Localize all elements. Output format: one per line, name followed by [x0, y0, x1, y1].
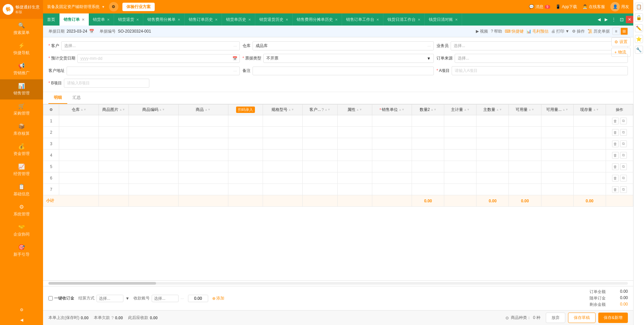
cell-main-qty-5[interactable]	[477, 161, 509, 172]
cell-main-unit-1[interactable]	[444, 115, 477, 127]
row-copy-btn-2[interactable]: ⧉	[620, 129, 627, 136]
cell-customer-7[interactable]	[303, 184, 337, 195]
cell-avail-5[interactable]	[509, 161, 541, 172]
invoice-select[interactable]: 不开票 ▼	[263, 54, 434, 63]
scan-enter-btn[interactable]: 扫码录入	[236, 107, 255, 113]
cell-product-5[interactable]	[178, 161, 228, 172]
row-delete-btn-7[interactable]: 🗑	[612, 186, 619, 193]
cell-avail2-2[interactable]	[541, 127, 573, 138]
one-click-checkbox[interactable]: 一键收订金	[48, 295, 74, 301]
cell-attr-5[interactable]	[337, 161, 372, 172]
cell-warehouse-6[interactable]	[59, 172, 99, 184]
row-delete-btn-2[interactable]: 🗑	[612, 129, 619, 136]
discard-btn[interactable]: 放弃	[546, 313, 565, 323]
cell-warehouse-7[interactable]	[59, 184, 99, 195]
row-delete-btn-4[interactable]: 🗑	[612, 152, 619, 159]
cell-img-1[interactable]	[99, 115, 129, 127]
payment-dropdown-icon[interactable]: ▼	[125, 296, 129, 301]
settings-btn[interactable]: ⚙ 设置	[611, 37, 631, 46]
cell-scan-6[interactable]	[228, 172, 263, 184]
cell-img-2[interactable]	[99, 127, 129, 138]
sidebar-item-search[interactable]: 🔍 搜索菜单	[0, 19, 43, 39]
cell-main-qty-2[interactable]	[477, 127, 509, 138]
warehouse-input[interactable]: 成品库 ···	[253, 41, 434, 50]
save-draft-btn[interactable]: 保存草稿	[568, 313, 596, 323]
tab-next-btn[interactable]: ▶	[603, 17, 610, 22]
sidebar-item-marketing[interactable]: 📢 营销推广	[0, 59, 43, 79]
cell-avail2-1[interactable]	[541, 115, 573, 127]
cell-avail2-5[interactable]	[541, 161, 573, 172]
cell-avail-7[interactable]	[509, 184, 541, 195]
tab-close-icon[interactable]: ✕	[335, 18, 338, 22]
cell-stock-2[interactable]	[573, 127, 606, 138]
scrollbar-thumb[interactable]	[48, 282, 156, 285]
cell-customer-4[interactable]	[303, 150, 337, 161]
cell-spec-6[interactable]	[263, 172, 303, 184]
tab-home[interactable]: 首页	[43, 13, 60, 26]
tab-close-icon[interactable]: ✕	[418, 18, 420, 22]
sidebar-item-sales[interactable]: 📊 销售管理	[0, 79, 43, 99]
cell-warehouse-1[interactable]	[59, 115, 99, 127]
save-new-btn[interactable]: 保存&新增	[598, 313, 628, 323]
title-dropdown-icon[interactable]: ▼	[102, 5, 105, 9]
cell-qty2-7[interactable]	[412, 184, 444, 195]
row-copy-btn-7[interactable]: ⧉	[620, 186, 627, 193]
cell-scan-3[interactable]	[228, 138, 263, 150]
a-project-input[interactable]: 请输入A项目	[452, 66, 628, 75]
operation-btn[interactable]: ⚙ 操作	[572, 29, 585, 34]
cell-qty2-4[interactable]	[412, 150, 444, 161]
sidebar-settings-btn[interactable]: ⚙	[0, 305, 43, 315]
tab-daily-reconcile[interactable]: 钱货日清对账 ✕	[425, 13, 462, 26]
cell-attr-2[interactable]	[337, 127, 372, 138]
cell-main-unit-2[interactable]	[444, 127, 477, 138]
b-project-input[interactable]: 请输入B项目	[64, 79, 149, 88]
cell-product-4[interactable]	[178, 150, 228, 161]
cell-attr-1[interactable]	[337, 115, 372, 127]
cell-avail2-3[interactable]	[541, 138, 573, 150]
online-service-btn[interactable]: 👨‍💼 在线客服	[582, 4, 605, 10]
cell-stock-7[interactable]	[573, 184, 606, 195]
tab-sales-goods[interactable]: 销货单 ✕	[89, 13, 114, 26]
cell-product-2[interactable]	[178, 127, 228, 138]
cell-img-7[interactable]	[99, 184, 129, 195]
cell-main-unit-3[interactable]	[444, 138, 477, 150]
cell-avail-6[interactable]	[509, 172, 541, 184]
tab-sales-order[interactable]: 销售订单 ✕	[60, 13, 89, 26]
right-panel-lock-btn[interactable]: 🔒	[635, 13, 643, 22]
tab-close-icon[interactable]: ✕	[248, 18, 251, 22]
tab-summary[interactable]: 汇总	[67, 92, 86, 104]
cell-avail-3[interactable]	[509, 138, 541, 150]
cell-img-5[interactable]	[99, 161, 129, 172]
sidebar-item-basic-info[interactable]: 📋 基础信息	[0, 180, 43, 200]
cell-scan-5[interactable]	[228, 161, 263, 172]
tab-close-all-btn[interactable]: ✕	[626, 16, 633, 23]
layout-grid-btn[interactable]: ≡	[612, 28, 620, 35]
cell-code-1[interactable]	[129, 115, 179, 127]
cell-unit-7[interactable]	[372, 184, 412, 195]
cell-stock-1[interactable]	[573, 115, 606, 127]
row-copy-btn-5[interactable]: ⧉	[620, 163, 627, 170]
cell-code-6[interactable]	[129, 172, 179, 184]
cell-attr-4[interactable]	[337, 150, 372, 161]
history-doc-btn[interactable]: 📜 历史单据	[588, 29, 610, 34]
row-delete-btn-1[interactable]: 🗑	[612, 118, 619, 124]
cell-avail-1[interactable]	[509, 115, 541, 127]
cell-attr-6[interactable]	[337, 172, 372, 184]
cell-qty2-1[interactable]	[412, 115, 444, 127]
sidebar-item-purchase[interactable]: 🛒 采购管理	[0, 99, 43, 120]
tab-close-icon[interactable]: ✕	[455, 18, 458, 22]
cell-product-7[interactable]	[178, 184, 228, 195]
add-payment-btn[interactable]: ⊕ 添加	[212, 295, 224, 301]
cell-warehouse-4[interactable]	[59, 150, 99, 161]
tab-close-icon[interactable]: ✕	[215, 18, 218, 22]
cell-avail-4[interactable]	[509, 150, 541, 161]
sidebar-item-system[interactable]: ⚙ 系统管理	[0, 200, 43, 220]
amount-input[interactable]	[188, 295, 208, 302]
cell-warehouse-3[interactable]	[59, 138, 99, 150]
cell-main-qty-7[interactable]	[477, 184, 509, 195]
cell-stock-6[interactable]	[573, 172, 606, 184]
delivery-input[interactable]: yyyy-mm-dd 📅	[77, 54, 240, 63]
cell-unit-2[interactable]	[372, 127, 412, 138]
cell-qty2-3[interactable]	[412, 138, 444, 150]
cell-scan-2[interactable]	[228, 127, 263, 138]
